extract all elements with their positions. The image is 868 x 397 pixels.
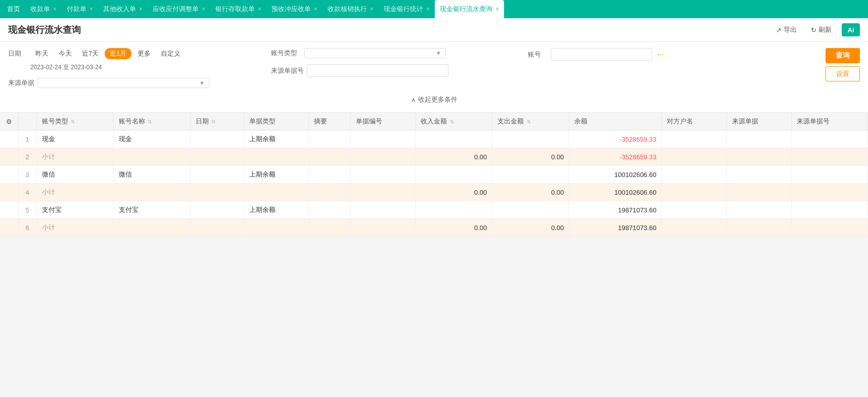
td-balance: 100102606.60 — [569, 166, 662, 184]
table-row: 3 微信 微信 上期余额 100102606.60 — [0, 166, 868, 184]
close-bank-deposit-icon[interactable]: × — [258, 6, 261, 13]
date-opt-yesterday[interactable]: 昨天 — [31, 48, 53, 59]
th-account-type[interactable]: 账号类型 ⇅ — [36, 113, 113, 130]
query-button[interactable]: 查询 — [826, 48, 860, 63]
th-account-name[interactable]: 账号名称 ⇅ — [113, 113, 190, 130]
ai-badge[interactable]: Ai — [842, 23, 860, 36]
td-doc-no — [351, 148, 416, 166]
source-doc-chevron-icon: ▼ — [199, 80, 205, 86]
td-account-name — [113, 219, 190, 237]
close-cash-bank-flow-icon[interactable]: × — [495, 6, 499, 13]
date-opt-today[interactable]: 今天 — [55, 48, 76, 59]
td-row-num: 5 — [18, 201, 36, 219]
td-balance: 19871073.60 — [569, 201, 662, 219]
td-row-num: 1 — [18, 130, 36, 148]
td-account-type: 现金 — [36, 130, 113, 148]
th-doc-type: 单据类型 — [244, 113, 309, 130]
td-income: 0.00 — [416, 184, 492, 201]
th-date[interactable]: 日期 ⇅ — [190, 113, 244, 130]
th-expense[interactable]: 支出金额 ⇅ — [492, 113, 569, 130]
date-range-display: 2023-02-24 至 2023-03-24 — [30, 63, 102, 72]
td-source-doc — [726, 219, 791, 237]
td-source-doc — [726, 184, 791, 201]
date-label: 日期 — [8, 49, 28, 58]
nav-receipt[interactable]: 收款单 × — [25, 0, 62, 18]
table-row: 5 支付宝 支付宝 上期余额 19871073.60 — [0, 201, 868, 219]
export-button[interactable]: ↗ 导出 — [772, 23, 801, 36]
td-counterparty — [662, 219, 726, 237]
td-source-doc-no — [791, 148, 867, 166]
nav-advance-ar[interactable]: 预收冲应收单 × — [266, 0, 323, 18]
td-account-type: 小计 — [36, 148, 113, 166]
close-ar-ap-icon[interactable]: × — [202, 6, 205, 13]
nav-other-income[interactable]: 其他收入单 × — [98, 0, 148, 18]
td-doc-type: 上期余额 — [244, 201, 309, 219]
close-cash-bank-stat-icon[interactable]: × — [426, 6, 430, 13]
td-expense: 0.00 — [492, 219, 569, 237]
refresh-icon: ↻ — [811, 26, 816, 34]
td-counterparty — [662, 130, 726, 148]
close-receipt-icon[interactable]: × — [53, 6, 57, 13]
td-summary — [309, 148, 351, 166]
close-receipt-verify-icon[interactable]: × — [370, 6, 374, 13]
td-counterparty — [662, 148, 726, 166]
sort-account-name-icon: ⇅ — [148, 119, 152, 124]
source-doc-no-input[interactable] — [307, 64, 448, 77]
nav-payment[interactable]: 付款单 × — [62, 0, 98, 18]
settings-button[interactable]: 设置 — [826, 66, 860, 81]
account-type-label: 账号类型 — [271, 49, 301, 58]
collapse-up-icon: ∧ — [411, 96, 416, 104]
th-balance: 余额 — [569, 113, 662, 130]
nav-bank-deposit[interactable]: 银行存取款单 × — [210, 0, 266, 18]
table-row: 2 小计 0.00 0.00 -3528659.33 — [0, 148, 868, 166]
td-balance: -3528659.33 — [569, 130, 662, 148]
td-date — [190, 166, 244, 184]
td-date — [190, 184, 244, 201]
nav-cash-bank-stat[interactable]: 现金银行统计 × — [379, 0, 435, 18]
td-settings — [0, 130, 18, 148]
td-row-num: 4 — [18, 184, 36, 201]
td-balance: 19871073.60 — [569, 219, 662, 237]
td-doc-type: 上期余额 — [244, 130, 309, 148]
account-type-select[interactable]: ▼ — [304, 48, 446, 58]
td-doc-no — [351, 130, 416, 148]
table-body: 1 现金 现金 上期余额 -3528659.33 2 小计 0.00 0.00 … — [0, 130, 868, 237]
th-income[interactable]: 收入金额 ⇅ — [416, 113, 492, 130]
td-expense — [492, 166, 569, 184]
nav-cash-bank-flow[interactable]: 现金银行流水查询 × — [435, 0, 504, 18]
td-expense: 0.00 — [492, 184, 569, 201]
th-settings[interactable]: ⚙ — [0, 113, 18, 130]
td-summary — [309, 184, 351, 201]
account-ellipsis[interactable]: ··· — [655, 50, 666, 59]
date-opt-1month[interactable]: 近1月 — [105, 48, 131, 59]
td-source-doc-no — [791, 166, 867, 184]
nav-ar-ap-adjust[interactable]: 应收应付调整单 × — [148, 0, 210, 18]
refresh-button[interactable]: ↻ 刷新 — [807, 23, 836, 36]
td-account-name: 支付宝 — [113, 201, 190, 219]
close-other-income-icon[interactable]: × — [139, 6, 143, 13]
account-input[interactable] — [551, 48, 652, 61]
close-advance-ar-icon[interactable]: × — [314, 6, 317, 13]
close-payment-icon[interactable]: × — [89, 6, 93, 13]
collapse-button[interactable]: ∧ 收起更多条件 — [411, 93, 458, 106]
source-doc-label: 来源单据 — [8, 78, 34, 87]
nav-home[interactable]: 首页 — [2, 0, 25, 18]
td-row-num: 2 — [18, 148, 36, 166]
td-date — [190, 130, 244, 148]
source-doc-select[interactable]: ▼ — [37, 78, 209, 88]
td-settings — [0, 201, 18, 219]
td-settings — [0, 166, 18, 184]
date-opt-custom[interactable]: 自定义 — [157, 48, 185, 59]
td-doc-no — [351, 201, 416, 219]
td-income — [416, 166, 492, 184]
th-source-doc: 来源单据 — [726, 113, 791, 130]
table-row: 6 小计 0.00 0.00 19871073.60 — [0, 219, 868, 237]
th-doc-no: 单据编号 — [351, 113, 416, 130]
page-header: 现金银行流水查询 ↗ 导出 ↻ 刷新 Ai — [0, 18, 868, 42]
td-account-type: 小计 — [36, 184, 113, 201]
date-opt-more[interactable]: 更多 — [133, 48, 155, 59]
date-opt-7days[interactable]: 近7天 — [78, 48, 103, 59]
nav-receipt-verify[interactable]: 收款核销执行 × — [323, 0, 379, 18]
td-balance: 100102606.60 — [569, 184, 662, 201]
export-icon: ↗ — [776, 26, 782, 34]
